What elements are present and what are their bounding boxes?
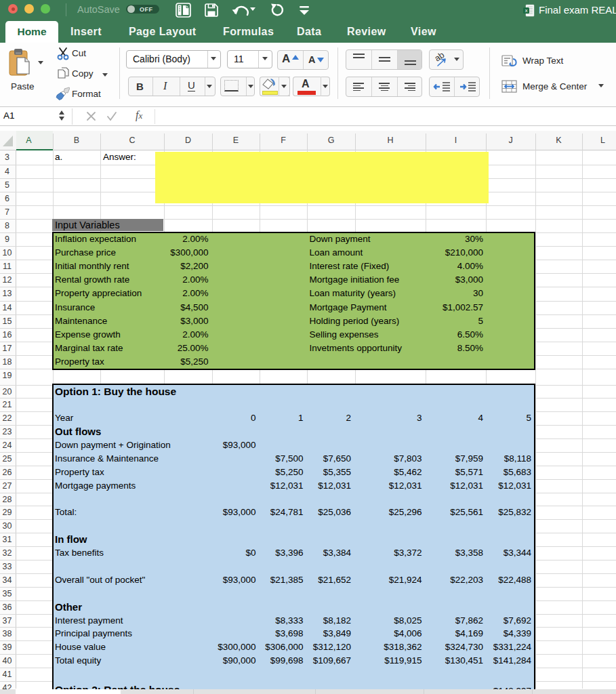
svg-text:x: x (525, 7, 528, 14)
